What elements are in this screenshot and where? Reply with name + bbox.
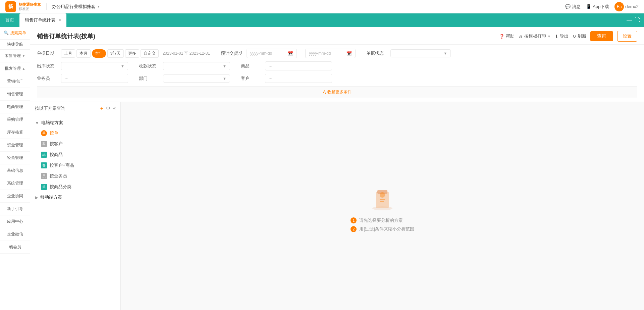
sidebar-item-enterprise-wechat[interactable]: 企业微信	[0, 228, 30, 241]
ship-status-select[interactable]: ▼	[61, 62, 128, 70]
window-minimize-icon[interactable]: —	[627, 17, 632, 23]
tab-home[interactable]: 首页	[0, 13, 19, 27]
sidebar-item-ecommerce[interactable]: 电商管理	[0, 101, 30, 113]
sidebar-sales-label: 销售管理	[7, 91, 23, 97]
sidebar-search[interactable]: 🔍 搜索菜单	[0, 27, 30, 40]
empty-tip-2: 2 用[过滤]条件来缩小分析范围	[351, 226, 414, 232]
department-select[interactable]: ▼	[163, 74, 230, 83]
customer-input[interactable]: ···	[265, 74, 332, 83]
sidebar-item-finance[interactable]: 资金管理	[0, 139, 30, 152]
message-icon: 💬	[565, 4, 571, 9]
sidebar-retail-arrow-icon: ▼	[22, 54, 25, 58]
refresh-button[interactable]: ↻ 刷新	[573, 33, 586, 39]
collapse-filter-bar[interactable]: ⋀ 收起更多条件	[37, 86, 637, 98]
scheme-item-by-order[interactable]: 单 按单	[30, 128, 120, 139]
settings-label: 设置	[623, 33, 632, 39]
product-input[interactable]: ···	[265, 61, 332, 70]
sidebar-item-marketing[interactable]: 营销推广	[0, 75, 30, 88]
scheme-list: ▼ 电脑端方案 单 按单 客 按客户 品 按商品	[30, 115, 120, 205]
add-scheme-icon[interactable]: +	[100, 105, 103, 111]
scheme-item-by-product[interactable]: 品 按商品	[30, 149, 120, 160]
collapse-panel-icon[interactable]: «	[113, 105, 116, 111]
scheme-label-by-product-category: 按商品分类	[50, 184, 71, 190]
selector-arrow-icon: ▼	[97, 5, 100, 8]
scheme-item-by-product-category[interactable]: 类 按商品分类	[30, 182, 120, 192]
avatar: Ea	[614, 2, 624, 11]
order-status-select[interactable]: ▼	[390, 49, 451, 57]
user-profile[interactable]: Ea demo2	[614, 2, 639, 11]
divider	[46, 3, 47, 10]
empty-tips: 1 请先选择要分析的方案 2 用[过滤]条件来缩小分析范围	[351, 217, 414, 232]
sidebar-item-app-center[interactable]: 应用中心	[0, 215, 30, 228]
sidebar-item-retail[interactable]: 零售管理 ▼	[0, 50, 30, 62]
sidebar-item-inventory[interactable]: 库存核算	[0, 126, 30, 139]
expected-delivery-date-group: yyyy-mm-dd 📅 — yyyy-mm-dd 📅	[247, 49, 356, 58]
department-arrow-icon: ▼	[223, 76, 226, 81]
scheme-group-desktop-title[interactable]: ▼ 电脑端方案	[30, 118, 120, 128]
sidebar-item-wholesale[interactable]: 批发管理 ▲	[0, 62, 30, 75]
top-bar-right: 💬 消息 📱 App下载 Ea demo2	[565, 2, 639, 11]
sidebar-item-sales[interactable]: 销售管理	[0, 88, 30, 101]
svg-point-3	[380, 192, 385, 198]
tab-bar: 首页 销售订单统计表 × — ⛶	[0, 13, 644, 27]
order-status-label: 单据状态	[366, 50, 386, 56]
sidebar-item-basic-info[interactable]: 基础信息	[0, 164, 30, 177]
salesperson-placeholder: ···	[65, 76, 68, 81]
message-button[interactable]: 💬 消息	[565, 4, 581, 10]
scheme-group-desktop: ▼ 电脑端方案 单 按单 客 按客户 品 按商品	[30, 118, 120, 192]
tab-close-icon[interactable]: ×	[59, 18, 61, 22]
edit-scheme-icon[interactable]: ⚙	[106, 105, 110, 111]
sidebar-inventory-label: 库存核算	[7, 130, 23, 135]
scheme-label-by-customer: 按客户	[50, 141, 63, 147]
app-download-button[interactable]: 📱 App下载	[586, 4, 609, 10]
sidebar-item-system[interactable]: 系统管理	[0, 177, 30, 190]
scheme-group-mobile: ▶ 移动端方案	[30, 192, 120, 202]
sidebar-item-newbie[interactable]: 新手引导	[0, 203, 30, 215]
tab-sales-order-stats[interactable]: 销售订单统计表 ×	[19, 13, 66, 27]
date-btn-custom[interactable]: 自定义	[141, 49, 159, 58]
company-selector[interactable]: 办公用品行业模拟账套 ▼	[52, 4, 100, 10]
scheme-group-mobile-title[interactable]: ▶ 移动端方案	[30, 192, 120, 202]
expected-delivery-end-input[interactable]: yyyy-mm-dd 📅	[305, 49, 356, 58]
sidebar-item-procurement[interactable]: 采购管理	[0, 113, 30, 126]
sidebar-item-members[interactable]: 畅会员	[0, 241, 30, 254]
split-layout: 按以下方案查询 + ⚙ « ▼ 电脑端方案 单	[30, 102, 644, 310]
tab-bar-actions: — ⛶	[627, 17, 644, 23]
date-btn-last-7-days[interactable]: 近7天	[107, 49, 124, 58]
sidebar-item-enterprise[interactable]: 企业协同	[0, 190, 30, 203]
sidebar-ecommerce-label: 电商管理	[7, 104, 23, 110]
salesperson-input[interactable]: ···	[61, 74, 128, 83]
sidebar-item-operations[interactable]: 经营管理	[0, 152, 30, 164]
date-btn-last-month[interactable]: 上月	[61, 49, 75, 58]
product-label: 商品	[241, 63, 261, 69]
filter-row-3: 业务员 ··· 部门 ▼ 客户 ···	[37, 74, 637, 83]
sidebar-system-label: 系统管理	[7, 180, 23, 186]
tip-label-2: 用[过滤]条件来缩小分析范围	[359, 226, 414, 232]
refresh-icon: ↻	[573, 34, 576, 39]
date-btn-this-month[interactable]: 本月	[76, 49, 91, 58]
date-btn-this-year[interactable]: 本年	[92, 49, 106, 58]
app-logo: 畅	[5, 1, 16, 12]
date-buttons: 上月 本月 本年 近7天 更多 自定义	[61, 49, 159, 58]
print-button[interactable]: 🖨 按模板打印 ▼	[519, 33, 551, 39]
department-label: 部门	[139, 75, 159, 82]
query-button[interactable]: 查询	[590, 31, 613, 41]
export-button[interactable]: ⬇ 导出	[555, 33, 569, 39]
date-btn-more[interactable]: 更多	[125, 49, 139, 58]
help-button[interactable]: ❓ 帮助	[499, 33, 515, 39]
sidebar-members-label: 畅会员	[9, 244, 21, 250]
expected-delivery-start-input[interactable]: yyyy-mm-dd 📅	[247, 49, 297, 58]
settings-button[interactable]: 设置	[617, 31, 637, 42]
scheme-item-by-salesperson[interactable]: 员 按业务员	[30, 171, 120, 182]
scheme-group-desktop-label: 电脑端方案	[41, 120, 63, 126]
export-icon: ⬇	[555, 34, 558, 39]
date-start-placeholder: yyyy-mm-dd	[250, 51, 272, 56]
scheme-item-by-customer-product[interactable]: 客 按客户+商品	[30, 160, 120, 171]
help-label: 帮助	[506, 33, 515, 39]
scheme-item-by-customer[interactable]: 客 按客户	[30, 139, 120, 149]
payment-status-select[interactable]: ▼	[163, 62, 230, 70]
sidebar-quick-nav[interactable]: 快捷导航	[0, 40, 30, 50]
window-maximize-icon[interactable]: ⛶	[635, 17, 640, 23]
payment-status-arrow-icon: ▼	[223, 64, 226, 68]
active-tab-label: 销售订单统计表	[25, 17, 55, 23]
